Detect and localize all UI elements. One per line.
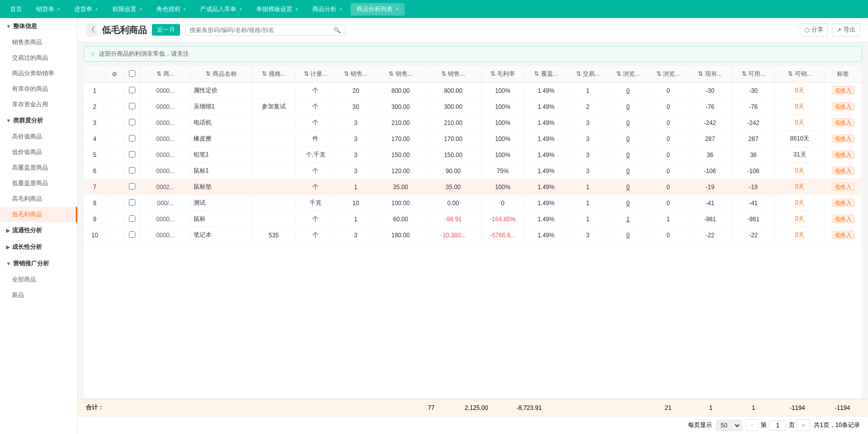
page-size-select[interactable]: 50 100 200 bbox=[716, 420, 742, 431]
sidebar-section-overall[interactable]: ▼ 整体信息 bbox=[0, 18, 77, 35]
sidebar-item-low-value[interactable]: 低价值商品 bbox=[0, 144, 77, 160]
nav-purchase[interactable]: 进货单 × bbox=[68, 3, 104, 16]
row-checkbox[interactable] bbox=[123, 99, 141, 115]
row-gross-margin: -5766.6... bbox=[481, 227, 524, 243]
close-icon[interactable]: × bbox=[339, 7, 342, 12]
nav-product-analysis-list[interactable]: 商品分析列表 × bbox=[351, 3, 405, 16]
row-view1[interactable]: 0 bbox=[608, 195, 648, 211]
row-sales-amount: 210.00 bbox=[376, 115, 426, 131]
row-num: 8 bbox=[84, 195, 106, 211]
th-sales-amount[interactable]: ⇅ 销售... bbox=[376, 66, 426, 83]
select-all-checkbox[interactable] bbox=[129, 70, 135, 77]
row-trade-count: 3 bbox=[568, 115, 608, 131]
prev-page-button[interactable]: ＜ bbox=[746, 419, 759, 431]
sidebar-section-marketing[interactable]: ▼ 营销推广分析 bbox=[0, 255, 77, 272]
row-checkbox[interactable] bbox=[123, 195, 141, 211]
export-button[interactable]: ↗ 导出 bbox=[832, 23, 860, 37]
row-checkbox[interactable] bbox=[123, 179, 141, 195]
th-gross-margin[interactable]: ⇅ 毛利率 bbox=[481, 66, 524, 83]
row-view1[interactable]: 0 bbox=[608, 179, 648, 195]
next-page-button[interactable]: ＞ bbox=[797, 419, 810, 431]
row-checkbox[interactable] bbox=[123, 147, 141, 163]
sidebar-item-high-coverage[interactable]: 高覆盖度商品 bbox=[0, 160, 77, 176]
row-checkbox[interactable] bbox=[123, 83, 141, 99]
th-spec[interactable]: ⇅ 规格... bbox=[252, 66, 295, 83]
period-button[interactable]: 近一月 bbox=[152, 24, 180, 36]
sidebar-section-growth[interactable]: ▶ 成长性分析 bbox=[0, 239, 77, 255]
th-unit[interactable]: ⇅ 计量... bbox=[295, 66, 335, 83]
th-view1[interactable]: ⇅ 浏览... bbox=[608, 66, 648, 83]
close-icon[interactable]: × bbox=[239, 7, 242, 12]
row-view1[interactable]: 0 bbox=[608, 83, 648, 99]
close-icon[interactable]: × bbox=[396, 7, 399, 12]
row-sales-profit: -98.91 bbox=[425, 211, 481, 227]
close-icon[interactable]: × bbox=[57, 7, 60, 12]
row-view1[interactable]: 0 bbox=[608, 115, 648, 131]
th-coverage[interactable]: ⇅ 覆盖... bbox=[525, 66, 568, 83]
sidebar-item-new-products[interactable]: 新品 bbox=[0, 287, 77, 303]
sort-icon: ⇅ bbox=[534, 70, 539, 77]
th-saleable[interactable]: ⇅ 可销... bbox=[775, 66, 825, 83]
row-spec: 535 bbox=[252, 227, 295, 243]
page-input[interactable] bbox=[769, 420, 787, 430]
row-view1[interactable]: 0 bbox=[608, 131, 648, 147]
sidebar-section-cluster[interactable]: ▼ 类群度分析 bbox=[0, 112, 77, 129]
close-icon[interactable]: × bbox=[95, 7, 98, 12]
row-checkbox[interactable] bbox=[123, 211, 141, 227]
nav-sales[interactable]: 销货单 × bbox=[30, 3, 66, 16]
row-view1[interactable]: 1 bbox=[608, 211, 648, 227]
nav-permissions[interactable]: 权限设置 × bbox=[106, 3, 148, 16]
row-available: -242 bbox=[732, 115, 775, 131]
sidebar-item-high-margin[interactable]: 高毛利商品 bbox=[0, 191, 77, 207]
close-icon[interactable]: × bbox=[184, 7, 187, 12]
row-view1[interactable]: 0 bbox=[608, 163, 648, 179]
close-icon[interactable]: × bbox=[295, 7, 298, 12]
th-view2[interactable]: ⇅ 浏览... bbox=[648, 66, 688, 83]
th-checkbox[interactable] bbox=[123, 66, 141, 83]
th-available[interactable]: ⇅ 可用... bbox=[732, 66, 775, 83]
row-name: 铅笔1 bbox=[190, 147, 252, 163]
sidebar-item-stock-capital[interactable]: 库存资金占用 bbox=[0, 97, 77, 112]
th-current-stock[interactable]: ⇅ 现有... bbox=[688, 66, 732, 83]
th-trade-count[interactable]: ⇅ 交易... bbox=[568, 66, 608, 83]
sidebar-item-traded-products[interactable]: 交易过的商品 bbox=[0, 50, 77, 66]
share-button[interactable]: ⬡ 分享 bbox=[800, 23, 828, 37]
sidebar-item-sales-products[interactable]: 销售类商品 bbox=[0, 35, 77, 50]
row-trade-count: 3 bbox=[568, 147, 608, 163]
search-icon[interactable]: 🔍 bbox=[333, 27, 341, 34]
close-icon[interactable]: × bbox=[139, 7, 142, 12]
row-view1[interactable]: 0 bbox=[608, 99, 648, 115]
row-checkbox[interactable] bbox=[123, 227, 141, 243]
row-view1[interactable]: 0 bbox=[608, 147, 648, 163]
sidebar-item-high-value[interactable]: 高价值商品 bbox=[0, 129, 77, 144]
sidebar-collapse-button[interactable]: 《 bbox=[86, 24, 97, 37]
nav-product-analysis[interactable]: 商品分析 × bbox=[306, 3, 349, 16]
sidebar-item-category-rate[interactable]: 商品分类助销率 bbox=[0, 66, 77, 81]
search-input[interactable] bbox=[190, 27, 333, 34]
row-view1[interactable]: 0 bbox=[608, 227, 648, 243]
sidebar-section-circulation[interactable]: ▶ 流通性分析 bbox=[0, 222, 77, 239]
sidebar-item-low-margin[interactable]: 低毛利商品 bbox=[0, 207, 77, 222]
row-code: 0000... bbox=[141, 99, 191, 115]
nav-role-auth[interactable]: 角色授权 × bbox=[150, 3, 193, 16]
row-checkbox[interactable] bbox=[123, 115, 141, 131]
sidebar-item-low-coverage[interactable]: 低覆盖度商品 bbox=[0, 176, 77, 191]
settings-icon[interactable]: ⚙ bbox=[112, 71, 117, 78]
table-row: 3 0000... 电话机 个 3 210.00 210.00 100% 1.4… bbox=[84, 115, 862, 131]
row-checkbox[interactable] bbox=[123, 163, 141, 179]
th-settings[interactable]: ⚙ bbox=[106, 66, 123, 83]
row-current-stock: -19 bbox=[688, 179, 732, 195]
nav-home[interactable]: 首页 bbox=[4, 3, 28, 16]
row-checkbox[interactable] bbox=[123, 131, 141, 147]
row-trade-count: 1 bbox=[568, 195, 608, 211]
th-sales-count[interactable]: ⇅ 销售... bbox=[335, 66, 376, 83]
row-num: 3 bbox=[84, 115, 106, 131]
nav-template-settings[interactable]: 单据模板设置 × bbox=[250, 3, 304, 16]
row-sales-count: 20 bbox=[335, 83, 376, 99]
nav-product-storage[interactable]: 产成品入库单 × bbox=[194, 3, 248, 16]
th-name[interactable]: ⇅ 商品名称 bbox=[190, 66, 252, 83]
th-sales-profit[interactable]: ⇅ 销售... bbox=[425, 66, 481, 83]
sidebar-item-stocked-products[interactable]: 有库存的商品 bbox=[0, 81, 77, 97]
sidebar-item-all-products[interactable]: 全部商品 bbox=[0, 272, 77, 287]
th-code[interactable]: ⇅ 商... bbox=[141, 66, 191, 83]
